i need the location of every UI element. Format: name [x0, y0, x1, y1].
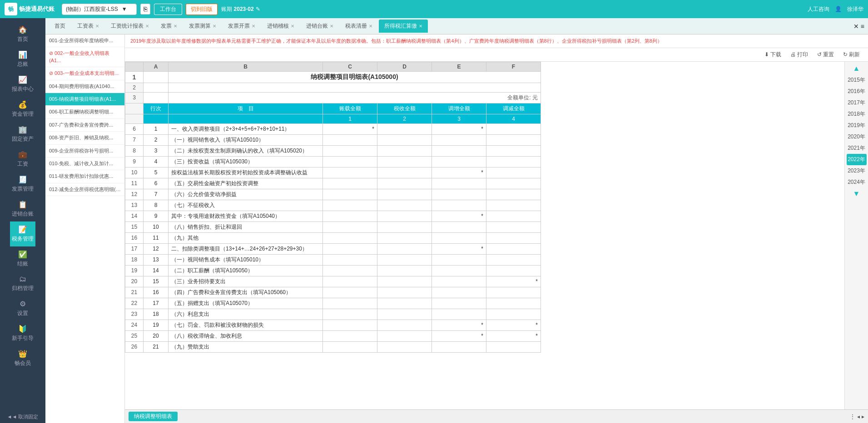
cell-d[interactable] — [377, 167, 432, 178]
cell-e[interactable] — [432, 254, 486, 265]
cell-d[interactable] — [377, 309, 432, 320]
cell-c[interactable] — [323, 232, 377, 243]
cell-a[interactable]: 10 — [144, 221, 169, 232]
cell-d[interactable] — [377, 320, 432, 330]
cell-a[interactable]: 7 — [144, 189, 169, 200]
year-btn-2019年[interactable]: 2019年 — [847, 120, 867, 131]
cell-a[interactable]: 5 — [144, 167, 169, 178]
form-list-item-006[interactable]: 006-职工薪酬纳税调整明细... — [45, 106, 124, 118]
year-up-btn[interactable]: ▲ — [852, 64, 861, 74]
year-btn-2017年[interactable]: 2017年 — [847, 97, 867, 108]
tab-发票开票[interactable]: 发票开票✕ — [223, 20, 261, 33]
cell-d[interactable] — [377, 232, 432, 243]
cell-c[interactable] — [323, 189, 377, 200]
cell-b[interactable]: （八）销售折扣、折让和退回 — [169, 221, 323, 232]
scroll-left-btn[interactable]: ⋮ — [850, 413, 855, 420]
sidebar-item-invoice[interactable]: 🧾发票管理 — [10, 172, 35, 197]
sidebar-item-purchase[interactable]: 📋进销台账 — [10, 197, 35, 221]
cell-e[interactable] — [432, 298, 486, 309]
cell-e[interactable] — [432, 265, 486, 276]
reset-button[interactable]: ↺ 重置 — [814, 50, 837, 59]
form-list-item-008[interactable]: 008-资产折旧、摊销及纳税... — [45, 132, 124, 144]
cell-f[interactable] — [486, 221, 541, 232]
cell-b[interactable]: （一）视同销售收入（填写A105010） — [169, 134, 323, 145]
cell-f[interactable] — [486, 189, 541, 200]
tab-发票测算[interactable]: 发票测算✕ — [184, 20, 222, 33]
cell-d[interactable] — [377, 254, 432, 265]
tab-close-所得税汇算缴[interactable]: ✕ — [419, 24, 422, 29]
cell-a[interactable]: 20 — [144, 330, 169, 341]
cell-a[interactable]: 14 — [144, 265, 169, 276]
cell-e[interactable] — [432, 221, 486, 232]
cell-a[interactable]: 8 — [144, 200, 169, 211]
cell-a[interactable]: 16 — [144, 287, 169, 298]
user-name[interactable]: 徐泽华 — [847, 5, 863, 13]
cell-c[interactable] — [323, 145, 377, 156]
tab-close-工资统计报表[interactable]: ✕ — [145, 24, 149, 29]
cell-b[interactable]: （八）税收滞纳金、加收利息 — [169, 330, 323, 341]
cell-a[interactable]: 19 — [144, 320, 169, 330]
cell-e[interactable]: * — [432, 320, 486, 330]
cell-e[interactable] — [432, 156, 486, 167]
tab-发票[interactable]: 发票✕ — [155, 20, 183, 33]
cell-d[interactable] — [377, 123, 432, 134]
cell-b[interactable]: （二）未按权责发生制原则确认的收入（填写A105020） — [169, 145, 323, 156]
cell-b[interactable]: （九）赞助支出 — [169, 341, 323, 352]
form-list-item-001[interactable]: 001-企业所得税年度纳税申... — [45, 34, 124, 47]
tab-close-发票[interactable]: ✕ — [174, 24, 177, 29]
cell-a[interactable]: 15 — [144, 276, 169, 287]
sidebar-item-settle[interactable]: ✅结账 — [10, 246, 35, 271]
cell-b[interactable]: 二、扣除类调整项目（13+14+…24+26+27+28+29+30） — [169, 243, 323, 254]
cell-a[interactable]: 3 — [144, 145, 169, 156]
cell-b[interactable]: （六）利息支出 — [169, 309, 323, 320]
cell-f[interactable] — [486, 200, 541, 211]
cell-b[interactable]: （九）其他 — [169, 232, 323, 243]
cell-d[interactable] — [377, 265, 432, 276]
year-btn-2021年[interactable]: 2021年 — [847, 143, 867, 154]
cell-a[interactable]: 18 — [144, 309, 169, 320]
cell-b[interactable]: （一）视同销售成本（填写A105010） — [169, 254, 323, 265]
sidebar-item-salary[interactable]: 💼工资 — [10, 147, 35, 172]
cell-c[interactable] — [323, 265, 377, 276]
cell-b[interactable]: 按权益法核算长期股权投资对初始投资成本调整确认收益 — [169, 167, 323, 178]
year-down-btn[interactable]: ▼ — [852, 189, 861, 199]
cell-b[interactable]: （二）职工薪酬（填写A105050） — [169, 265, 323, 276]
cell-e[interactable] — [432, 341, 486, 352]
tab-工资表[interactable]: 工资表✕ — [72, 20, 104, 33]
cell-b[interactable]: （五）交易性金融资产初始投资调整 — [169, 178, 323, 189]
refresh-button[interactable]: ↻ 刷新 — [840, 50, 863, 59]
cell-b[interactable]: （三）投资收益（填写A105030） — [169, 156, 323, 167]
company-selector[interactable]: (物副）江西股室-LSS ▼ — [62, 4, 137, 15]
cell-d[interactable] — [377, 276, 432, 287]
cell-b[interactable]: （七）罚金、罚款和被没收财物的损失 — [169, 320, 323, 330]
cell-d[interactable] — [377, 287, 432, 298]
form-list-item-010[interactable]: 010-免税、减计收入及加计... — [45, 157, 124, 170]
sheet-tab-纳税调整明细表[interactable]: 纳税调整明细表 — [129, 412, 178, 421]
workbench-button[interactable]: 工作台 — [154, 4, 182, 15]
cell-d[interactable] — [377, 156, 432, 167]
tab-close-发票开票[interactable]: ✕ — [252, 24, 255, 29]
sidebar-collapse-btn[interactable]: ◄◄ 取消固定 — [0, 411, 45, 423]
tab-税表清册[interactable]: 税表清册✕ — [340, 20, 378, 33]
cell-d[interactable] — [377, 178, 432, 189]
scroll-nav-left[interactable]: ◂ — [857, 413, 860, 420]
form-list-item-002[interactable]: ⊘ 002-一般企业收入明细表(A1... — [45, 47, 124, 67]
cell-b[interactable]: （六）公允价值变动净损益 — [169, 189, 323, 200]
sidebar-item-member[interactable]: 👑畅会员 — [10, 346, 35, 371]
cell-b[interactable]: 其中：专项用途财政性资金（填写A105040） — [169, 211, 323, 221]
cell-c[interactable] — [323, 134, 377, 145]
cell-a[interactable]: 21 — [144, 341, 169, 352]
cell-f[interactable] — [486, 145, 541, 156]
tab-所得税汇算缴[interactable]: 所得税汇算缴✕ — [379, 20, 428, 33]
scroll-nav-right[interactable]: ▸ — [862, 413, 864, 420]
sidebar-item-report[interactable]: 📈报表中心 — [10, 72, 35, 97]
cell-b[interactable]: （四）广告费和业务宣传费支出（填写A105060） — [169, 287, 323, 298]
download-button[interactable]: ⬇ 下载 — [762, 50, 784, 59]
form-list-item-012[interactable]: 012-减免企业所得税优惠明细(… — [45, 183, 124, 196]
tab-close-发票测算[interactable]: ✕ — [213, 24, 216, 29]
switch-old-button[interactable]: 切到旧版 — [186, 4, 218, 15]
cell-b[interactable]: 一、收入类调整项目（2+3+4+5+6+7+8+10+11） — [169, 123, 323, 134]
cell-f[interactable] — [486, 123, 541, 134]
cell-e[interactable] — [432, 189, 486, 200]
tab-close-工资表[interactable]: ✕ — [95, 24, 99, 29]
